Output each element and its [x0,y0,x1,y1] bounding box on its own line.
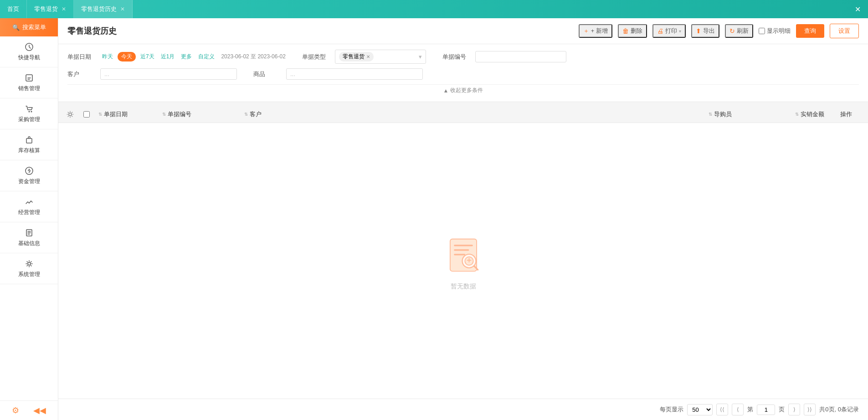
display-detail-input[interactable] [759,28,765,34]
inventory-icon [24,135,34,145]
new-button[interactable]: ＋ + 新增 [579,24,612,38]
doc-num-filter-label: 单据编号 [442,53,468,61]
th-amount[interactable]: ⇅ 实销金额 [773,110,828,118]
tab-home-label: 首页 [7,5,19,13]
pagination: 每页显示 50 10 20 100 ⟨⟨ ⟨ 第 页 ⟩ ⟩⟩ 共0页, 0条记… [58,399,868,420]
delete-icon: 🗑 [622,27,629,35]
sidebar: 🔍 搜索菜单 快捷导航 销售管理 采购管理 库存核算 [0,18,58,420]
collapse-icon: ▲ [443,87,449,94]
sidebar-mute-button[interactable]: ◀◀ [33,405,46,415]
th-date[interactable]: ⇅ 单据日期 [95,110,159,118]
tab-retail-return[interactable]: 零售退货 ✕ [27,0,74,18]
sort-customer-icon: ⇅ [244,112,248,117]
th-guide-label: 导购员 [714,110,732,118]
export-button[interactable]: ⬆ 导出 [691,24,719,38]
sort-num-icon: ⇅ [162,112,166,117]
first-page-button[interactable]: ⟨⟨ [716,404,728,415]
tab-retail-return-close[interactable]: ✕ [62,6,66,12]
date-opt-today[interactable]: 今天 [118,52,136,61]
display-detail-label: 显示明细 [767,27,791,35]
sidebar-item-inventory[interactable]: 库存核算 [0,129,58,160]
th-settings[interactable] [62,111,78,118]
goods-select[interactable]: ... [286,68,423,80]
page-number-input[interactable] [757,405,775,415]
sidebar-item-operations-label: 经营管理 [18,209,40,216]
display-detail-checkbox[interactable]: 显示明细 [759,27,791,35]
sidebar-item-finance[interactable]: 资金管理 [0,160,58,191]
refresh-button[interactable]: ↻ 刷新 [725,24,753,38]
finance-icon [24,166,34,176]
empty-state-text: 暂无数据 [451,282,476,291]
sidebar-item-quick-nav[interactable]: 快捷导航 [0,36,58,67]
settings-button[interactable]: 设置 [830,24,859,38]
print-button[interactable]: 🖨 打印 ▾ [652,24,686,38]
sidebar-item-quick-nav-label: 快捷导航 [18,54,40,61]
sidebar-item-operations[interactable]: 经营管理 [0,191,58,222]
tab-home[interactable]: 首页 [0,0,27,18]
sidebar-gear-button[interactable]: ⚙ [12,405,19,415]
customer-placeholder: ... [104,71,109,77]
sidebar-item-sys-mgmt[interactable]: 系统管理 [0,253,58,284]
per-page-select[interactable]: 50 10 20 100 [687,404,713,415]
content-area: 零售退货历史 ＋ + 新增 🗑 删除 🖨 打印 ▾ ⬆ 导出 [58,18,868,420]
goods-placeholder: ... [290,71,295,77]
base-info-icon [24,228,34,238]
customer-select[interactable]: ... [100,68,237,80]
th-action: 操作 [828,110,864,118]
doc-type-select[interactable]: 零售退货 ✕ ▾ [335,50,426,64]
th-guide[interactable]: ⇅ 导购员 [705,110,773,118]
next-page-button[interactable]: ⟩ [788,404,800,415]
date-options: 昨天 今天 近7天 近1月 更多 自定义 2023-06-02 至 2023-0… [100,52,286,61]
page-suffix: 页 [779,405,785,414]
svg-point-2 [28,111,30,113]
tab-retail-return-history[interactable]: 零售退货历史 ✕ [74,0,133,18]
print-dropdown-icon: ▾ [679,29,681,34]
query-button[interactable]: 查询 [796,24,824,38]
sidebar-item-base-info[interactable]: 基础信息 [0,222,58,253]
sidebar-bottom: ⚙ ◀◀ [0,400,58,420]
delete-button[interactable]: 🗑 删除 [618,24,647,38]
doc-type-tag-remove[interactable]: ✕ [366,54,370,59]
sidebar-search[interactable]: 🔍 搜索菜单 [0,18,58,36]
date-opt-more[interactable]: 更多 [179,52,194,61]
window-close-button[interactable]: ✕ [847,5,868,14]
print-label: 打印 [665,27,677,35]
collapse-filter-button[interactable]: ▲ 收起更多条件 [67,84,859,96]
last-page-button[interactable]: ⟩⟩ [804,404,816,415]
top-bar: 首页 零售退货 ✕ 零售退货历史 ✕ ✕ [0,0,868,18]
sidebar-search-label: 搜索菜单 [22,23,46,31]
filter-area: 单据日期 昨天 今天 近7天 近1月 更多 自定义 2023-06-02 至 2… [58,44,868,102]
tab-retail-return-history-close[interactable]: ✕ [120,6,125,12]
date-opt-yesterday[interactable]: 昨天 [100,52,115,61]
sort-date-icon: ⇅ [98,112,102,117]
th-num[interactable]: ⇅ 单据编号 [159,110,241,118]
prev-page-button[interactable]: ⟨ [732,404,744,415]
doc-type-dropdown-icon: ▾ [419,53,422,60]
sort-amount-icon: ⇅ [795,112,799,117]
sys-mgmt-icon [24,259,34,269]
sidebar-item-finance-label: 资金管理 [18,178,40,185]
th-customer[interactable]: ⇅ 客户 [241,110,705,118]
sidebar-item-purchase-mgmt[interactable]: 采购管理 [0,98,58,129]
select-all-checkbox[interactable] [83,111,90,118]
th-amount-label: 实销金额 [801,110,824,118]
date-opt-custom[interactable]: 自定义 [196,52,216,61]
table-wrapper: ⇅ 单据日期 ⇅ 单据编号 ⇅ 客户 ⇅ 导购员 ⇅ 实销金额 [58,106,868,420]
sidebar-item-sys-mgmt-label: 系统管理 [18,271,40,278]
svg-point-3 [31,111,32,113]
new-label: + 新增 [591,27,608,35]
collapse-label: 收起更多条件 [450,87,483,94]
per-page-label: 每页显示 [660,405,683,414]
refresh-label: 刷新 [737,27,749,35]
print-icon: 🖨 [657,27,663,35]
date-range-display: 2023-06-02 至 2023-06-02 [221,53,285,61]
sidebar-item-inventory-label: 库存核算 [18,147,40,154]
date-opt-7days[interactable]: 近7天 [139,52,156,61]
th-check[interactable] [78,111,95,118]
doc-num-input[interactable] [475,51,566,62]
sort-guide-icon: ⇅ [709,112,712,117]
th-customer-label: 客户 [250,110,262,118]
sidebar-item-sales-mgmt[interactable]: 销售管理 [0,67,58,98]
date-opt-1month[interactable]: 近1月 [159,52,177,61]
doc-type-filter-label: 单据类型 [302,53,328,61]
